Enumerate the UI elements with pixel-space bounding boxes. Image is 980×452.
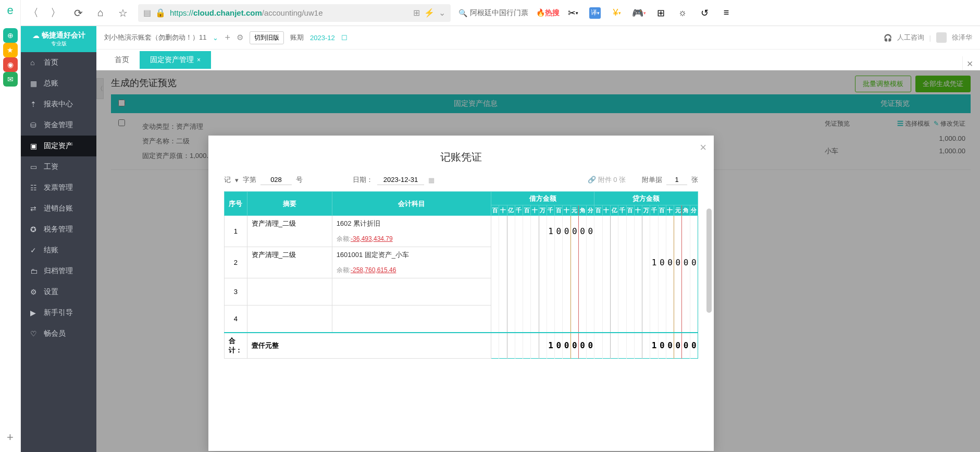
calendar-icon[interactable]: ▦ [428,176,435,184]
digit-cell[interactable] [491,278,499,306]
digit-cell[interactable] [626,216,634,247]
digit-cell[interactable] [610,306,618,333]
digit-cell[interactable] [499,333,507,359]
digit-cell[interactable]: 0 [563,216,570,247]
digit-cell[interactable] [618,333,626,359]
digit-cell[interactable] [626,247,634,278]
digit-cell[interactable] [563,278,570,306]
digit-cell[interactable] [674,278,682,306]
digit-cell[interactable]: 0 [587,216,594,247]
digit-cell[interactable]: 1 [547,333,554,359]
favorite-button[interactable]: ☆ [116,6,130,20]
sidebar-item[interactable]: ⛁资金管理 [21,115,96,136]
digit-cell[interactable] [634,216,642,247]
sidebar-item[interactable]: ▶新手引导 [21,302,96,323]
digit-cell[interactable] [594,333,602,359]
summary-cell[interactable]: 资产清理_二级 [247,247,332,278]
digit-cell[interactable] [650,278,658,306]
digit-cell[interactable] [626,278,634,306]
voucher-number-input[interactable] [260,175,292,185]
digit-cell[interactable] [499,247,507,278]
game-icon[interactable]: 🎮▾ [633,7,644,19]
summary-cell[interactable] [247,278,332,306]
digit-cell[interactable]: 0 [570,333,578,359]
period-value[interactable]: 2023-12 [310,34,335,42]
digit-cell[interactable] [610,278,618,306]
digit-cell[interactable] [674,306,682,333]
digit-cell[interactable]: 0 [563,333,570,359]
digit-cell[interactable]: 0 [555,333,563,359]
username[interactable]: 徐泽华 [952,33,972,42]
digit-cell[interactable]: 0 [578,216,586,247]
digit-cell[interactable] [602,306,610,333]
settings-icon[interactable]: ⚙ [237,33,243,42]
digit-cell[interactable] [507,278,515,306]
chevron-down-icon[interactable]: ⌄ [213,34,218,42]
digit-cell[interactable] [499,216,507,247]
digit-cell[interactable] [602,333,610,359]
home-button[interactable]: ⌂ [93,6,108,20]
digit-cell[interactable] [507,247,515,278]
avatar[interactable] [936,32,947,43]
digit-cell[interactable] [618,306,626,333]
digit-cell[interactable] [674,216,682,247]
sidebar-item[interactable]: ✓结账 [21,240,96,261]
os-app-icon[interactable]: ★ [3,43,18,57]
digit-cell[interactable]: 1 [547,216,554,247]
reload-button[interactable]: ⟳ [71,6,85,20]
digit-cell[interactable] [570,278,578,306]
digit-cell[interactable]: 0 [555,216,563,247]
hot-search-badge[interactable]: 🔥热搜 [536,8,560,18]
digit-cell[interactable] [690,278,698,306]
digit-cell[interactable] [547,247,554,278]
scissors-icon[interactable]: ✂▾ [567,7,579,19]
sidebar-item[interactable]: ✪税务管理 [21,219,96,240]
digit-cell[interactable] [539,278,547,306]
digit-cell[interactable] [523,306,531,333]
support-link[interactable]: 人工咨询 [897,33,924,42]
digit-cell[interactable] [658,306,666,333]
digit-cell[interactable] [499,306,507,333]
digit-cell[interactable]: 0 [658,333,666,359]
digit-cell[interactable] [587,278,594,306]
translate-icon[interactable]: 译▾ [589,7,601,19]
digit-cell[interactable] [682,216,690,247]
slip-count-input[interactable] [666,175,687,185]
digit-cell[interactable] [555,247,563,278]
digit-cell[interactable] [531,216,539,247]
digit-cell[interactable] [547,278,554,306]
search-box[interactable]: 🔍 阿根廷中国行门票 [458,8,528,18]
digit-cell[interactable] [570,306,578,333]
digit-cell[interactable]: 0 [578,333,586,359]
digit-cell[interactable] [666,278,674,306]
digit-cell[interactable] [610,216,618,247]
digit-cell[interactable] [507,306,515,333]
digit-cell[interactable] [555,278,563,306]
account-cell[interactable]: 1602 累计折旧余额:-36,493,434.79 [332,216,491,247]
digit-cell[interactable]: 0 [690,247,698,278]
digit-cell[interactable]: 0 [587,333,594,359]
digit-cell[interactable] [563,247,570,278]
digit-cell[interactable] [515,216,523,247]
digit-cell[interactable] [547,306,554,333]
voucher-type[interactable]: 记 [224,175,231,185]
tab-fixed-assets[interactable]: 固定资产管理× [140,51,211,69]
os-app-icon[interactable]: ✉ [3,72,18,87]
digit-cell[interactable] [642,306,650,333]
digit-cell[interactable] [523,278,531,306]
theme-icon[interactable]: ☼ [677,7,688,19]
digit-cell[interactable] [642,278,650,306]
os-app-icon[interactable]: ◉ [3,57,18,72]
digit-cell[interactable] [610,247,618,278]
digit-cell[interactable]: 0 [658,247,666,278]
menu-icon[interactable]: ≡ [721,7,732,19]
summary-cell[interactable]: 资产清理_二级 [247,216,332,247]
sidebar-item[interactable]: ⌂首页 [21,52,96,73]
digit-cell[interactable]: 0 [674,247,682,278]
wallet-icon[interactable]: ¥▾ [611,7,623,19]
digit-cell[interactable] [650,216,658,247]
back-button[interactable]: 〈 [26,6,41,20]
digit-cell[interactable] [594,247,602,278]
digit-cell[interactable]: 0 [666,247,674,278]
digit-cell[interactable] [539,216,547,247]
